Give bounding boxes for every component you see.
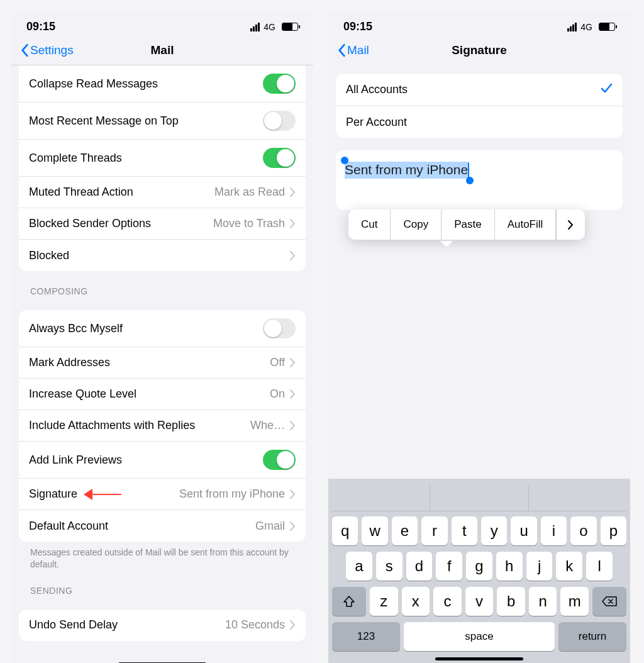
value: 10 Seconds: [225, 618, 285, 632]
key-i[interactable]: i: [541, 516, 567, 545]
composing-group: Always Bcc Myself Mark Addresses Off Inc…: [19, 310, 306, 542]
key-h[interactable]: h: [496, 552, 523, 581]
key-a[interactable]: a: [346, 552, 372, 581]
signature-text-field[interactable]: Sent from my iPhone: [336, 150, 623, 210]
toggle-collapse-read[interactable]: [263, 74, 296, 94]
row-default-account[interactable]: Default Account Gmail: [19, 510, 306, 542]
row-all-accounts[interactable]: All Accounts: [336, 74, 623, 106]
network-label: 4G: [264, 22, 275, 32]
key-v[interactable]: v: [465, 587, 494, 616]
key-y[interactable]: y: [481, 516, 507, 545]
key-return[interactable]: return: [558, 622, 626, 651]
key-p[interactable]: p: [601, 516, 626, 545]
selected-text[interactable]: Sent from my iPhone: [345, 162, 469, 179]
row-recent-top[interactable]: Most Recent Message on Top: [19, 103, 306, 140]
row-link-previews[interactable]: Add Link Previews: [19, 442, 306, 479]
key-w[interactable]: w: [362, 516, 387, 545]
toggle-link-previews[interactable]: [263, 450, 296, 470]
menu-more-button[interactable]: [556, 209, 585, 240]
key-q[interactable]: q: [332, 516, 358, 545]
menu-item-paste[interactable]: Paste: [441, 209, 494, 240]
key-g[interactable]: g: [466, 552, 492, 581]
signature-content: All Accounts Per Account Cut Copy Paste …: [328, 65, 630, 479]
chevron-right-icon: [290, 358, 296, 367]
row-mark-addresses[interactable]: Mark Addresses Off: [19, 347, 306, 379]
key-u[interactable]: u: [511, 516, 536, 545]
label: Collapse Read Messages: [29, 77, 158, 91]
menu-item-copy[interactable]: Copy: [391, 209, 441, 240]
menu-item-autofill[interactable]: AutoFill: [495, 209, 557, 240]
status-bar: 09:15 4G: [11, 11, 313, 37]
key-m[interactable]: m: [560, 587, 589, 616]
key-o[interactable]: o: [570, 516, 596, 545]
key-k[interactable]: k: [556, 552, 582, 581]
home-wrap: [11, 654, 313, 663]
sending-group: Undo Send Delay 10 Seconds: [19, 610, 306, 641]
backspace-icon: [601, 595, 618, 608]
key-n[interactable]: n: [529, 587, 557, 616]
label: Undo Send Delay: [29, 618, 118, 632]
key-shift[interactable]: [332, 587, 366, 616]
key-z[interactable]: z: [370, 587, 398, 616]
toggle-complete-threads[interactable]: [263, 148, 296, 168]
row-attachments[interactable]: Include Attachments with Replies Whe…: [19, 410, 306, 442]
row-collapse-read[interactable]: Collapse Read Messages: [19, 65, 306, 103]
toggle-bcc[interactable]: [263, 318, 296, 338]
chevron-right-icon: [290, 251, 296, 260]
shift-icon: [343, 595, 355, 608]
row-complete-threads[interactable]: Complete Threads: [19, 140, 306, 177]
key-t[interactable]: t: [452, 516, 477, 545]
home-indicator[interactable]: [435, 657, 523, 660]
label: Include Attachments with Replies: [29, 419, 195, 432]
label: Complete Threads: [29, 152, 122, 165]
chevron-right-icon: [568, 220, 574, 230]
key-d[interactable]: d: [406, 552, 433, 581]
battery-icon: [599, 23, 615, 31]
key-numbers[interactable]: 123: [332, 622, 400, 651]
row-quote-level[interactable]: Increase Quote Level On: [19, 379, 306, 410]
status-icons: 4G: [567, 22, 615, 32]
label: Always Bcc Myself: [29, 322, 123, 335]
back-button[interactable]: Settings: [20, 43, 74, 57]
settings-content: Collapse Read Messages Most Recent Messa…: [11, 65, 313, 654]
menu-item-cut[interactable]: Cut: [348, 209, 391, 240]
row-per-account[interactable]: Per Account: [336, 106, 623, 138]
row-blocked-sender[interactable]: Blocked Sender Options Move to Trash: [19, 208, 306, 240]
value: Mark as Read: [214, 186, 285, 199]
checkmark-icon: [600, 82, 613, 98]
row-blocked[interactable]: Blocked: [19, 240, 306, 271]
nav-bar: Settings Mail: [11, 37, 313, 65]
key-l[interactable]: l: [586, 552, 613, 581]
row-undo-send[interactable]: Undo Send Delay 10 Seconds: [19, 610, 306, 641]
key-c[interactable]: c: [433, 587, 462, 616]
selection-handle-end[interactable]: [466, 177, 474, 184]
key-b[interactable]: b: [497, 587, 525, 616]
value: Whe…: [250, 419, 285, 432]
selection-handle-start[interactable]: [341, 157, 348, 164]
keyboard-suggestion-bar[interactable]: [332, 485, 626, 511]
signal-icon: [567, 23, 577, 31]
back-button[interactable]: Mail: [337, 43, 369, 57]
toggle-recent-top[interactable]: [263, 111, 296, 131]
value: Off: [270, 356, 285, 369]
network-label: 4G: [580, 22, 592, 32]
key-e[interactable]: e: [392, 516, 418, 545]
threading-group: Collapse Read Messages Most Recent Messa…: [19, 65, 306, 271]
chevron-right-icon: [290, 219, 296, 228]
row-bcc[interactable]: Always Bcc Myself: [19, 310, 306, 347]
back-label: Mail: [347, 43, 369, 57]
key-s[interactable]: s: [376, 552, 402, 581]
key-r[interactable]: r: [421, 516, 447, 545]
row-muted-action[interactable]: Muted Thread Action Mark as Read: [19, 177, 306, 208]
back-label: Settings: [30, 43, 74, 57]
keyboard-row-2: a s d f g h j k l: [332, 552, 626, 581]
row-signature[interactable]: Signature Sent from my iPhone: [19, 479, 306, 510]
chevron-left-icon: [20, 43, 29, 57]
key-backspace[interactable]: [592, 587, 626, 616]
key-f[interactable]: f: [436, 552, 462, 581]
signal-icon: [250, 23, 260, 31]
label: Blocked: [29, 249, 69, 262]
key-j[interactable]: j: [526, 552, 553, 581]
key-space[interactable]: space: [404, 622, 555, 651]
key-x[interactable]: x: [402, 587, 430, 616]
